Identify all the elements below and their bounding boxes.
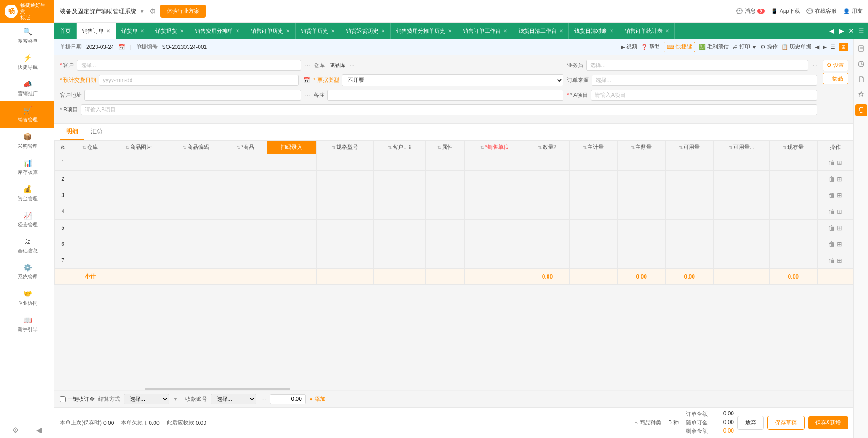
th-main-qty[interactable]: ⇅主数量: [617, 141, 665, 154]
invoice-select[interactable]: 不开票 增值税专用发票 普通发票: [342, 74, 564, 86]
row-warehouse[interactable]: [71, 187, 110, 203]
discard-button[interactable]: 放弃: [737, 416, 764, 430]
row-spec[interactable]: [316, 220, 373, 236]
row-main-qty[interactable]: [617, 236, 665, 252]
sidebar-item-basic[interactable]: 🗂 基础信息: [0, 233, 54, 259]
nav-close-all[interactable]: ✕: [847, 26, 856, 35]
row-spec[interactable]: [316, 187, 373, 203]
row-main-unit[interactable]: [569, 220, 617, 236]
rp-icon-3[interactable]: [855, 73, 867, 85]
row-customer-code[interactable]: [373, 187, 426, 203]
customer-dots[interactable]: ···: [305, 62, 310, 68]
row-customer-code[interactable]: [373, 236, 426, 252]
calendar-icon[interactable]: 📅: [118, 44, 125, 50]
row-unit[interactable]: [465, 252, 525, 269]
aproject-input[interactable]: [591, 90, 817, 101]
th-available1[interactable]: ⇅可用量: [665, 141, 713, 154]
row-code[interactable]: [167, 154, 224, 171]
sidebar-item-operations[interactable]: 📈 经营管理: [0, 207, 54, 233]
row-attr[interactable]: [426, 203, 465, 220]
delete-icon[interactable]: 🗑: [829, 175, 835, 183]
sidebar-item-inventory[interactable]: 📊 库存核算: [0, 154, 54, 180]
online-service-item[interactable]: 💬 在线客服: [806, 7, 837, 15]
row-main-unit[interactable]: [569, 187, 617, 203]
tab-sales-goods-history[interactable]: 销货单历史 ✕: [296, 23, 340, 39]
th-warehouse[interactable]: ⇅仓库: [71, 141, 110, 154]
row-main-qty[interactable]: [617, 220, 665, 236]
th-scan[interactable]: 扫码录入: [267, 141, 316, 154]
close-icon[interactable]: ✕: [559, 29, 563, 34]
prev-record[interactable]: ◀: [815, 44, 819, 50]
scrollbar-area[interactable]: [54, 387, 853, 390]
row-spec[interactable]: [316, 154, 373, 171]
close-icon[interactable]: ✕: [381, 29, 385, 34]
warehouse-dots[interactable]: ···: [350, 62, 354, 68]
row-main-qty[interactable]: [617, 187, 665, 203]
row-product[interactable]: [224, 171, 267, 187]
row-product[interactable]: [224, 203, 267, 220]
bproject-input[interactable]: [81, 104, 817, 115]
next-record[interactable]: ▶: [823, 44, 827, 50]
row-warehouse[interactable]: [71, 203, 110, 220]
row-attr[interactable]: [426, 236, 465, 252]
sidebar-item-sales[interactable]: 🛒 销售管理: [0, 101, 54, 128]
row-qty2[interactable]: [525, 171, 569, 187]
row-code[interactable]: [167, 236, 224, 252]
close-icon[interactable]: ✕: [180, 29, 184, 34]
delete-icon[interactable]: 🗑: [829, 208, 835, 215]
save-draft-button[interactable]: 保存草稿: [767, 416, 805, 430]
row-unit[interactable]: [465, 154, 525, 171]
row-main-unit[interactable]: [569, 154, 617, 171]
tab-sales-order-history[interactable]: 销售订单历史 ✕: [245, 23, 296, 39]
amount-input[interactable]: [270, 394, 306, 404]
tab-sales-expense[interactable]: 销售费用分摊单 ✕: [189, 23, 245, 39]
th-customer-code[interactable]: ⇅客户...ℹ: [373, 141, 426, 154]
th-code[interactable]: ⇅商品编码: [167, 141, 224, 154]
app-download-item[interactable]: 📱 App下载: [771, 7, 800, 15]
row-warehouse[interactable]: [71, 154, 110, 171]
row-code[interactable]: [167, 203, 224, 220]
sidebar-item-purchase[interactable]: 📦 采购管理: [0, 128, 54, 154]
row-qty2[interactable]: [525, 220, 569, 236]
help-action[interactable]: ❓ 帮助: [641, 43, 660, 51]
row-spec[interactable]: [316, 171, 373, 187]
account-select[interactable]: 选择...: [211, 394, 256, 404]
copy-icon[interactable]: ⊞: [837, 159, 842, 166]
row-product[interactable]: [224, 154, 267, 171]
row-code[interactable]: [167, 220, 224, 236]
row-customer-code[interactable]: [373, 154, 426, 171]
solution-button[interactable]: 体验行业方案: [160, 5, 206, 18]
expand-icon[interactable]: ⊞: [839, 43, 848, 51]
row-unit[interactable]: [465, 203, 525, 220]
copy-icon[interactable]: ⊞: [837, 224, 842, 231]
account-dots[interactable]: ···: [262, 396, 266, 402]
th-unit[interactable]: ⇅*销售单位: [465, 141, 525, 154]
th-product[interactable]: ⇅*商品: [224, 141, 267, 154]
rp-icon-2[interactable]: [855, 58, 867, 70]
delivery-input[interactable]: [99, 75, 299, 86]
close-icon[interactable]: ✕: [236, 29, 239, 34]
delete-icon[interactable]: 🗑: [829, 257, 835, 264]
rp-icon-5[interactable]: [855, 104, 867, 116]
user-item[interactable]: 👤 用友: [843, 7, 863, 15]
close-icon[interactable]: ✕: [504, 29, 507, 34]
th-qty2[interactable]: ⇅数量2: [525, 141, 569, 154]
save-new-button[interactable]: 保存&新增: [808, 416, 848, 429]
history-action[interactable]: 📋 历史单据: [781, 43, 811, 51]
collapse-icon[interactable]: ◀: [36, 426, 42, 434]
row-attr[interactable]: [426, 171, 465, 187]
row-main-unit[interactable]: [569, 252, 617, 269]
row-main-qty[interactable]: [617, 203, 665, 220]
row-spec[interactable]: [316, 203, 373, 220]
row-code[interactable]: [167, 171, 224, 187]
row-qty2[interactable]: [525, 203, 569, 220]
row-warehouse[interactable]: [71, 236, 110, 252]
row-main-qty[interactable]: [617, 171, 665, 187]
row-product[interactable]: [224, 252, 267, 269]
delete-icon[interactable]: 🗑: [829, 224, 835, 231]
row-warehouse[interactable]: [71, 220, 110, 236]
nav-menu-icon[interactable]: ☰: [857, 26, 866, 35]
sidebar-item-finance[interactable]: 💰 资金管理: [0, 180, 54, 207]
sidebar-item-marketing[interactable]: 📣 营销推广: [0, 75, 54, 101]
th-spec[interactable]: ⇅规格型号: [316, 141, 373, 154]
